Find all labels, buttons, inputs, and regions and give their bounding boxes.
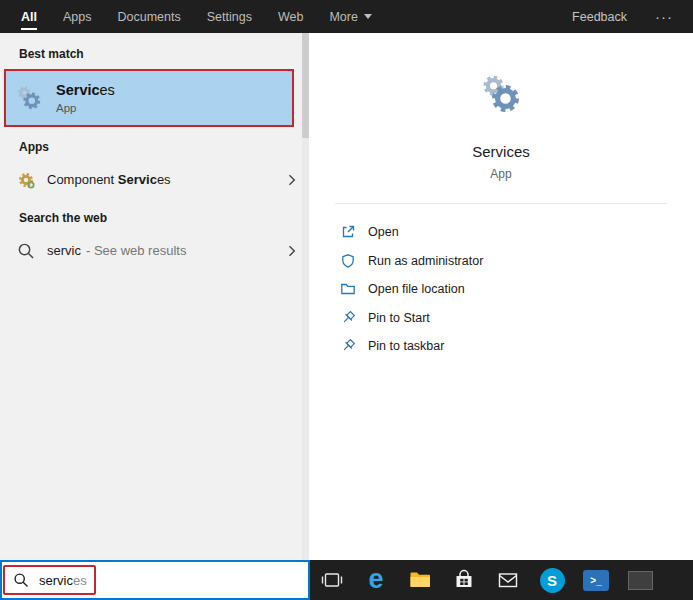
feedback-button[interactable]: Feedback (572, 10, 627, 24)
context-actions: Open Run as administrator Open file loca… (309, 218, 693, 361)
search-icon (17, 242, 35, 260)
tab-apps[interactable]: Apps (50, 0, 105, 33)
best-match-header: Best match (0, 33, 309, 68)
powershell-button[interactable]: >_ (574, 560, 618, 600)
search-icon (13, 572, 29, 588)
tab-web[interactable]: Web (265, 0, 316, 33)
services-app-icon (14, 83, 44, 113)
search-filter-bar: All Apps Documents Settings Web More Fee… (0, 0, 693, 33)
preview-title: Services (472, 143, 530, 160)
tab-documents-label: Documents (117, 10, 180, 24)
search-results-area: Best match Services (0, 33, 693, 560)
mail-button[interactable] (486, 560, 530, 600)
tab-all[interactable]: All (8, 0, 50, 33)
task-view-icon (320, 568, 344, 592)
chevron-right-icon[interactable] (288, 245, 296, 257)
action-pin-to-taskbar-label: Pin to taskbar (368, 339, 444, 353)
taskbar: services e S >_ (0, 560, 693, 600)
results-panel: Best match Services (0, 33, 309, 560)
preview-panel: Services App Open Run as administrator (309, 33, 693, 560)
best-match-title-rest: es (100, 82, 115, 98)
best-match-result-services[interactable]: Services App (4, 69, 294, 127)
window-icon (628, 571, 653, 590)
powershell-icon: >_ (583, 570, 609, 591)
shield-icon (340, 253, 356, 269)
services-app-icon-large (477, 70, 525, 118)
tab-more[interactable]: More (316, 0, 384, 33)
tab-documents[interactable]: Documents (104, 0, 193, 33)
preview-subtitle: App (490, 167, 511, 181)
task-view-button[interactable] (310, 560, 354, 600)
tab-more-label: More (329, 10, 357, 24)
tab-settings[interactable]: Settings (194, 0, 265, 33)
tab-settings-label: Settings (207, 10, 252, 24)
action-open[interactable]: Open (340, 218, 693, 247)
divider (335, 203, 667, 204)
component-services-matched: Servic (118, 172, 157, 187)
search-web-header: Search the web (0, 198, 309, 232)
folder-location-icon (340, 281, 356, 297)
result-component-services[interactable]: Component Services (0, 161, 309, 198)
windows-search-flyout: All Apps Documents Settings Web More Fee… (0, 0, 693, 600)
component-services-prefix: Component (47, 172, 118, 187)
component-services-icon (17, 171, 35, 189)
web-result-label: servic- See web results (47, 243, 186, 258)
best-match-title: Services (56, 82, 115, 98)
topbar-right: Feedback ··· (572, 0, 693, 33)
window-button[interactable] (618, 560, 662, 600)
result-web-servic[interactable]: servic- See web results (0, 232, 309, 269)
scrollbar-thumb[interactable] (302, 33, 309, 138)
overflow-menu-button[interactable]: ··· (655, 8, 673, 25)
action-pin-to-start-label: Pin to Start (368, 311, 430, 325)
search-inline-suggestion: es (73, 573, 87, 588)
skype-button[interactable]: S (530, 560, 574, 600)
action-pin-to-start[interactable]: Pin to Start (340, 304, 693, 333)
component-services-label: Component Services (47, 172, 171, 187)
action-open-file-location-label: Open file location (368, 282, 465, 296)
file-explorer-button[interactable] (398, 560, 442, 600)
edge-icon: e (368, 566, 383, 593)
tab-web-label: Web (278, 10, 303, 24)
mail-icon (496, 568, 520, 592)
action-run-as-administrator[interactable]: Run as administrator (340, 247, 693, 276)
skype-icon: S (540, 568, 565, 593)
action-pin-to-taskbar[interactable]: Pin to taskbar (340, 332, 693, 361)
action-open-file-location[interactable]: Open file location (340, 275, 693, 304)
file-explorer-icon (408, 568, 432, 592)
apps-header: Apps (0, 127, 309, 161)
action-open-label: Open (368, 225, 399, 239)
best-match-text: Services App (56, 82, 115, 114)
best-match-subtitle: App (56, 102, 115, 114)
pin-icon (340, 310, 356, 326)
open-icon (340, 224, 356, 240)
search-typed-text: servic (39, 573, 73, 588)
chevron-right-icon[interactable] (288, 174, 296, 186)
web-result-query: servic (47, 243, 81, 258)
pin-icon (340, 338, 356, 354)
tab-all-label: All (21, 10, 37, 24)
tab-apps-label: Apps (63, 10, 92, 24)
best-match-title-matched: Servic (56, 82, 100, 98)
caret-down-icon (364, 14, 372, 19)
store-icon (452, 568, 476, 592)
store-button[interactable] (442, 560, 486, 600)
component-services-rest: es (157, 172, 171, 187)
action-run-as-administrator-label: Run as administrator (368, 254, 483, 268)
scrollbar[interactable] (302, 33, 309, 560)
taskbar-search-box[interactable]: services (0, 560, 310, 600)
edge-button[interactable]: e (354, 560, 398, 600)
taskbar-icons: e S >_ (310, 560, 662, 600)
web-result-hint: - See web results (86, 243, 186, 258)
